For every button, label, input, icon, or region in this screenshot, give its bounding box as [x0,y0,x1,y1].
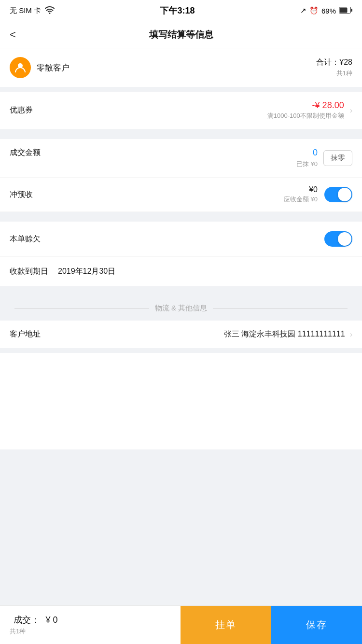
chong-pre-collect-row: 冲预收 ¥0 应收金额 ¥0 [0,178,362,212]
bottom-deal-row: 成交： ¥ 0 [10,614,171,626]
due-date-row[interactable]: 收款到期日 2019年12月30日 [0,256,362,286]
debt-row: 本单赊欠 [0,222,362,256]
deal-amount-row: 成交金额 0 已抹 ¥0 抹零 [0,139,362,178]
due-date-label: 收款到期日 [10,266,48,277]
deal-amount-value[interactable]: 0 [296,148,318,158]
debt-card: 本单赊欠 收款到期日 2019年12月30日 [0,222,362,286]
logistics-label: 物流 & 其他信息 [155,304,207,313]
coupon-chevron-icon: › [350,106,352,115]
address-card: 客户地址 张三 海淀永丰科技园 11111111111 › [0,321,362,348]
status-time: 下午3:18 [160,5,195,16]
bottom-bar: 成交： ¥ 0 共1种 挂单 保存 [0,605,362,644]
back-button[interactable]: < [10,28,16,41]
page-title: 填写结算等信息 [149,28,213,41]
chong-right: ¥0 应收金额 ¥0 [284,185,352,204]
deal-right: 0 已抹 ¥0 抹零 [296,148,352,168]
chong-label: 冲预收 [10,190,33,200]
coupon-discount: -¥ 28.00 [267,100,344,111]
customer-right: 合计：¥28 共1种 [316,57,352,78]
divider-line-right [213,308,348,308]
section-divider-3 [0,291,362,296]
coupon-label: 优惠券 [10,105,33,115]
deal-amount-wrap: 0 已抹 ¥0 [296,148,318,168]
bottom-deal-value: ¥ 0 [45,615,57,625]
deal-amount-sub: 已抹 ¥0 [296,160,318,168]
save-button[interactable]: 保存 [271,606,362,644]
logistics-section: 物流 & 其他信息 [0,296,362,321]
deal-amount-card: 成交金额 0 已抹 ¥0 抹零 冲预收 ¥0 应收金额 ¥0 [0,139,362,212]
customer-name: 零散客户 [37,62,70,73]
chong-sub: 应收金额 ¥0 [284,195,318,204]
chong-values: ¥0 应收金额 ¥0 [284,185,318,204]
address-value: 张三 海淀永丰科技园 11111111111 [50,329,345,339]
main-content: 零散客户 合计：¥28 共1种 优惠券 -¥ 28.00 满1000-100不限… [0,48,362,503]
chong-amount: ¥0 [284,185,318,194]
customer-count: 共1种 [316,69,352,78]
due-date-value: 2019年12月30日 [58,266,115,277]
coupon-value-wrap: -¥ 28.00 满1000-100不限制使用金额 [267,100,344,120]
divider-line-left [14,308,149,308]
status-right: ↗ ⏰ 69% [300,6,352,15]
toggle-knob [338,188,351,201]
bottom-count: 共1种 [10,627,171,636]
sim-label: 无 SIM 卡 [10,6,41,15]
coupon-row[interactable]: 优惠券 -¥ 28.00 满1000-100不限制使用金额 › [0,92,362,129]
debt-toggle[interactable] [324,231,352,247]
customer-left: 零散客户 [10,57,70,78]
customer-card: 零散客户 合计：¥28 共1种 [0,48,362,87]
address-label: 客户地址 [10,329,41,339]
customer-avatar [10,57,31,78]
coupon-sub: 满1000-100不限制使用金额 [267,112,344,120]
coupon-card: 优惠券 -¥ 28.00 满1000-100不限制使用金额 › [0,92,362,129]
chong-toggle[interactable] [324,187,352,202]
logistics-divider: 物流 & 其他信息 [0,304,362,313]
location-icon: ↗ [300,6,306,15]
deal-amount-label: 成交金额 [10,148,41,158]
svg-rect-2 [339,7,347,13]
section-divider-1 [0,134,362,139]
alarm-icon: ⏰ [309,6,319,15]
status-left: 无 SIM 卡 [10,6,55,15]
coupon-right: -¥ 28.00 满1000-100不限制使用金额 › [267,100,352,120]
debt-label: 本单赊欠 [10,234,41,244]
bottom-summary: 成交： ¥ 0 共1种 [0,614,181,636]
customer-row: 零散客户 合计：¥28 共1种 [0,48,362,87]
bottom-deal-label: 成交： [14,615,40,625]
empty-content-area [0,353,362,449]
debt-toggle-knob [338,232,351,246]
wifi-icon [45,6,55,15]
customer-total: 合计：¥28 [316,57,352,68]
status-bar: 无 SIM 卡 下午3:18 ↗ ⏰ 69% [0,0,362,21]
battery-icon [339,7,352,15]
svg-rect-1 [351,9,352,12]
address-row[interactable]: 客户地址 张三 海淀永丰科技园 11111111111 › [0,321,362,348]
nav-bar: < 填写结算等信息 [0,21,362,48]
hang-button[interactable]: 挂单 [181,606,271,644]
section-divider-2 [0,217,362,222]
battery-label: 69% [321,7,336,15]
round-zero-button[interactable]: 抹零 [323,150,352,166]
address-chevron-icon: › [350,330,352,339]
